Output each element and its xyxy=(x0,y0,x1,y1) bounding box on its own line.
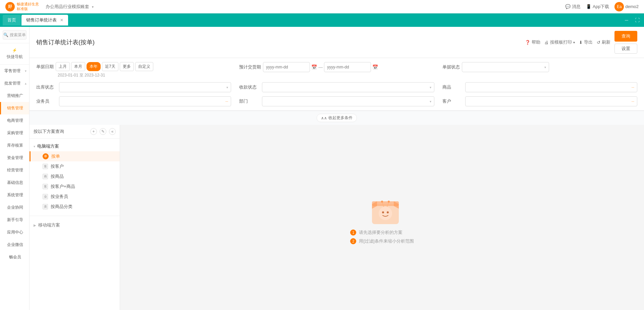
query-button[interactable]: 查询 xyxy=(614,31,637,42)
mobile-group-header[interactable]: ▶ 移动端方案 xyxy=(30,220,120,230)
scheme-item-by-category[interactable]: 类 按商品分类 xyxy=(30,202,120,212)
status-select[interactable]: ▾ xyxy=(462,62,549,72)
expected-date-end-input[interactable] xyxy=(324,62,371,72)
sidebar-item-sales[interactable]: 销售管理 xyxy=(0,102,29,114)
tab-bar-actions: ─ ⛶ xyxy=(623,16,641,24)
add-scheme-button[interactable]: + xyxy=(90,128,97,135)
date-separator: — xyxy=(318,65,323,70)
sidebar-item-operations[interactable]: 经营管理 xyxy=(0,164,29,176)
sidebar-item-newbie[interactable]: 新手引导 xyxy=(0,214,29,226)
tab-close-icon[interactable]: ✕ xyxy=(60,18,63,22)
goods-ellipsis-icon: ··· xyxy=(632,86,634,89)
sidebar-item-inventory[interactable]: 库存核算 xyxy=(0,139,29,152)
mobile-group-label: 移动端方案 xyxy=(38,222,60,228)
sidebar-item-apps[interactable]: 应用中心 xyxy=(0,226,29,239)
department-cell: 部门 ▾ xyxy=(239,96,434,106)
search-menu-button[interactable]: 🔍 搜索菜单 xyxy=(3,30,26,40)
edit-scheme-button[interactable]: ✎ xyxy=(100,128,106,135)
sidebar-item-purchase[interactable]: 采购管理 xyxy=(0,127,29,139)
message-icon: 💬 xyxy=(565,4,571,9)
message-button[interactable]: 💬 消息 xyxy=(565,4,581,10)
logo-text: 畅捷通好生意 标准版 xyxy=(17,2,39,11)
pc-group-label: 电脑端方案 xyxy=(37,143,59,149)
tab-home[interactable]: 首页 xyxy=(3,15,21,25)
user-menu[interactable]: Ea demo2 xyxy=(614,2,639,11)
mobile-scheme-group: ▶ 移动端方案 xyxy=(30,217,120,233)
app-download-button[interactable]: 📱 App下载 xyxy=(586,4,609,10)
date-btn-this-month[interactable]: 本月 xyxy=(71,62,85,71)
scheme-item-by-goods[interactable]: 商 按商品 xyxy=(30,171,120,182)
status-label: 单据状态 xyxy=(442,64,460,70)
by-customer-label: 按客户 xyxy=(51,163,64,169)
expected-date-start-input[interactable] xyxy=(263,62,310,72)
sidebar-item-retail[interactable]: 零售管理 ▾ xyxy=(0,65,29,77)
date-btn-last-month[interactable]: 上月 xyxy=(56,62,70,71)
sidebar-item-marketing[interactable]: 营销推广 xyxy=(0,90,29,102)
empty-state: 1 请先选择要分析的方案 2 用[过滤]条件来缩小分析范围 xyxy=(337,177,427,258)
sidebar-item-finance[interactable]: 资金管理 xyxy=(0,152,29,164)
scheme-item-by-customer[interactable]: 客 按客户 xyxy=(30,161,120,171)
chevron-down-icon: ▾ xyxy=(25,69,26,73)
by-salesperson-icon: 业 xyxy=(43,194,48,199)
tab-sales-order-stats[interactable]: 销售订单统计表 ✕ xyxy=(21,15,68,25)
goods-input[interactable]: ··· xyxy=(465,82,637,92)
sidebar-item-basic[interactable]: 基础信息 xyxy=(0,176,29,189)
sidebar-item-wechat[interactable]: 企业微信 xyxy=(0,239,29,251)
sidebar-search-area: 🔍 搜索菜单 xyxy=(0,27,29,43)
scheme-item-by-order[interactable]: 单 按单 xyxy=(30,151,120,161)
logo-area: 好 畅捷通好生意 标准版 xyxy=(5,2,39,11)
refresh-icon: ↺ xyxy=(597,40,600,45)
svg-point-8 xyxy=(381,201,383,203)
department-select[interactable]: ▾ xyxy=(262,96,434,106)
calendar-start-icon[interactable]: 📅 xyxy=(311,64,317,70)
download-icon: 📱 xyxy=(586,4,591,9)
collapse-button[interactable]: ∧∧ 收起更多条件 xyxy=(317,114,357,122)
date-btn-more[interactable]: 更多 xyxy=(120,62,134,71)
tip-2-text: 用[过滤]条件来缩小分析范围 xyxy=(359,238,414,244)
filter-panel: 单据日期 上月 本月 本年 近7天 更多 自定义 2023-01-01 至 20… xyxy=(30,58,644,111)
quick-nav-button[interactable]: ⚡ 快捷导航 xyxy=(0,45,29,62)
date-btn-custom[interactable]: 自定义 xyxy=(135,62,153,71)
scheme-item-by-customer-goods[interactable]: 客 按客户+商品 xyxy=(30,182,120,192)
pc-group-header[interactable]: ▾ 电脑端方案 xyxy=(30,141,120,151)
settings-button[interactable]: 设置 xyxy=(614,44,637,54)
sidebar-item-wholesale[interactable]: 批发管理 ▴ xyxy=(0,77,29,90)
customer-input[interactable]: ··· xyxy=(465,96,637,106)
sidebar-item-member[interactable]: 畅会员 xyxy=(0,251,29,263)
by-category-icon: 类 xyxy=(43,204,48,209)
help-button[interactable]: ❓ 帮助 xyxy=(525,39,540,45)
panel-divider xyxy=(30,216,120,216)
page-actions: ❓ 帮助 🖨 按模板打印 ▾ ⬇ 导出 ↺ 刷新 查询 xyxy=(525,31,637,58)
print-icon: 🖨 xyxy=(544,40,549,45)
refresh-button[interactable]: ↺ 刷新 xyxy=(597,39,610,45)
calendar-end-icon[interactable]: 📅 xyxy=(372,64,378,70)
delivery-status-select[interactable]: ▾ xyxy=(59,82,231,92)
sidebar-item-enterprise[interactable]: 企业协同 xyxy=(0,201,29,214)
collapse-panel-button[interactable]: « xyxy=(109,128,116,135)
tab-minimize-button[interactable]: ─ xyxy=(623,16,631,24)
sidebar-item-ecommerce[interactable]: 电商管理 xyxy=(0,114,29,127)
by-order-icon: 单 xyxy=(43,153,49,159)
sidebar-item-system[interactable]: 系统管理 xyxy=(0,189,29,201)
template-print-button[interactable]: 🖨 按模板打印 ▾ xyxy=(544,39,575,45)
top-bar-right: 💬 消息 📱 App下载 Ea demo2 xyxy=(565,2,639,11)
by-salesperson-label: 按业务员 xyxy=(51,194,68,200)
app-dropdown-arrow[interactable]: ▾ xyxy=(92,5,94,9)
salesperson-cell: 业务员 ··· xyxy=(36,96,231,106)
print-dropdown-icon: ▾ xyxy=(573,41,575,44)
quick-nav-section: ⚡ 快捷导航 xyxy=(0,43,29,65)
collapse-row: ∧∧ 收起更多条件 xyxy=(30,111,644,125)
date-btn-this-year[interactable]: 本年 xyxy=(87,62,101,71)
receipt-status-select[interactable]: ▾ xyxy=(262,82,434,92)
customer-cell: 客户 ··· xyxy=(442,96,637,106)
salesperson-input[interactable]: ··· xyxy=(59,96,231,106)
tab-maximize-button[interactable]: ⛶ xyxy=(633,16,641,24)
by-order-label: 按单 xyxy=(51,153,60,159)
scheme-item-by-salesperson[interactable]: 业 按业务员 xyxy=(30,192,120,202)
left-panel-title: 按以下方案查询 xyxy=(34,128,64,135)
date-btn-last-7-days[interactable]: 近7天 xyxy=(102,62,118,71)
goods-label: 商品 xyxy=(442,84,463,90)
export-button[interactable]: ⬇ 导出 xyxy=(579,39,593,45)
export-icon: ⬇ xyxy=(579,40,583,45)
date-range-display: 2023-01-01 至 2023-12-31 xyxy=(58,72,231,78)
